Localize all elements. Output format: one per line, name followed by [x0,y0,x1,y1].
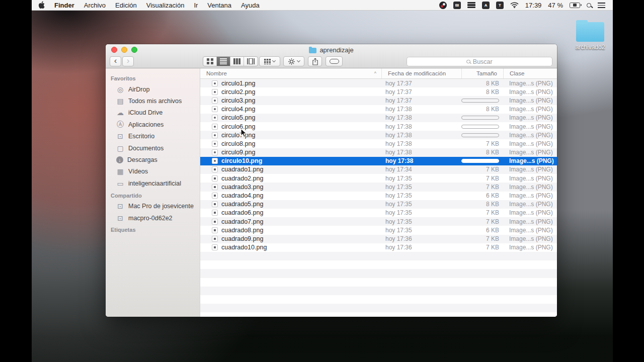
sidebar-item-aplicaciones[interactable]: ⒶAplicaciones [106,119,200,130]
file-row-circulo4-png[interactable]: circulo4.pnghoy 17:388 KBImage...s (PNG) [200,105,557,114]
file-kind: Image...s (PNG) [503,191,557,200]
title-bar[interactable]: aprendizaje [106,44,557,56]
search-placeholder: Buscar [473,58,493,65]
file-name-cell: cuadrado3.png [200,183,381,191]
column-view-button[interactable] [230,57,244,66]
file-thumbnail [212,175,218,182]
file-row-cuadrado9-png[interactable]: cuadrado9.pnghoy 17:367 KBImage...s (PNG… [200,234,557,243]
icon-view-button[interactable] [203,57,217,66]
column-header-label: Nombre [206,70,227,76]
file-kind: Image...s (PNG) [503,243,557,252]
sidebar-item-descargas[interactable]: ↓Descargas [106,154,200,165]
file-size: 7 KB [461,217,503,226]
apple-menu[interactable] [38,1,45,9]
column-header-nombre[interactable]: Nombre^ [200,68,381,78]
sidebar-item-todos-mis-archivos[interactable]: ▤Todos mis archivos [106,95,200,107]
sidebar-item-label: Aplicaciones [128,121,164,128]
file-row-circulo1-png[interactable]: circulo1.pnghoy 17:378 KBImage...s (PNG) [200,79,557,87]
notification-center-icon[interactable] [598,3,605,8]
wifi-icon[interactable] [510,2,519,8]
sidebar-item-documentos[interactable]: ▢Documentos [106,142,200,154]
column-header-fecha-de-modificacion[interactable]: Fecha de modificación [381,68,461,78]
file-name-cell: circulo7.png [200,131,381,139]
file-row-cuadrado6-png[interactable]: cuadrado6.pnghoy 17:357 KBImage...s (PNG… [200,209,557,217]
file-name: cuadrado5.png [221,201,263,208]
list-view-button[interactable] [217,57,230,66]
file-row-circulo3-png[interactable]: circulo3.pnghoy 17:37Image...s (PNG) [200,96,557,105]
file-row-circulo8-png[interactable]: circulo8.pnghoy 17:387 KBImage...s (PNG) [200,139,557,148]
tag-button[interactable] [326,56,343,66]
desktop-folder-archivado2[interactable]: archivado2 [573,19,608,51]
file-row-cuadrado2-png[interactable]: cuadrado2.pnghoy 17:357 KBImage...s (PNG… [200,174,557,183]
file-row-cuadrado4-png[interactable]: cuadrado4.pnghoy 17:356 KBImage...s (PNG… [200,191,557,200]
sidebar-item-mac-pro-de-josevicente[interactable]: ⊡Mac Pro de josevicente [106,201,200,212]
coverflow-view-button[interactable] [244,57,258,66]
forward-button[interactable]: › [122,56,134,66]
desktop: FinderArchivoEdiciónVisualizaciónIrVenta… [32,0,613,362]
file-row-cuadrado7-png[interactable]: cuadrado7.pnghoy 17:357 KBImage...s (PNG… [200,217,557,226]
file-row-circulo2-png[interactable]: circulo2.pnghoy 17:378 KBImage...s (PNG) [200,87,557,96]
stack-icon[interactable] [467,2,475,9]
file-name: cuadrado7.png [221,218,263,225]
t-icon[interactable]: T [496,2,504,9]
file-row-circulo5-png[interactable]: circulo5.pnghoy 17:38Image...s (PNG) [200,114,557,122]
file-name: circulo3.png [221,97,255,104]
bi-icon[interactable]: BI [453,2,461,9]
sidebar-item-escritorio[interactable]: ⊡Escritorio [106,131,200,142]
column-header-tamano[interactable]: Tamaño [461,68,503,78]
action-menu-button[interactable] [283,56,304,66]
file-row-cuadrado8-png[interactable]: cuadrado8.pnghoy 17:356 KBImage...s (PNG… [200,226,557,234]
file-name-cell: cuadrado4.png [200,191,381,200]
size-progress-indicator [461,133,499,137]
sidebar-item-inteligenciaartificial[interactable]: ▭inteligenciaartificial [106,177,200,189]
battery-icon[interactable] [570,3,580,8]
back-button[interactable]: ‹ [110,56,121,66]
sidebar-item-macpro-0d62e2[interactable]: ⊡macpro-0d62e2 [106,212,200,224]
file-row-circulo6-png[interactable]: circulo6.pnghoy 17:38Image...s (PNG) [200,122,557,131]
spotlight-search-icon[interactable] [587,3,591,8]
finder-window: aprendizaje ‹ › [106,44,557,317]
menu-item-edicion[interactable]: Edición [115,2,137,9]
sidebar-item-label: Escritorio [128,133,154,140]
file-date: hoy 17:38 [381,148,461,157]
file-row-cuadrado10-png[interactable]: cuadrado10.pnghoy 17:367 KBImage...s (PN… [200,243,557,252]
file-date: hoy 17:37 [381,87,461,96]
share-button[interactable] [308,56,322,66]
search-field[interactable]: Buscar [407,57,552,66]
file-row-cuadrado5-png[interactable]: cuadrado5.pnghoy 17:358 KBImage...s (PNG… [200,200,557,209]
column-header-clase[interactable]: Clase [503,68,557,78]
file-kind: Image...s (PNG) [503,217,557,226]
file-thumbnail [212,210,218,216]
file-size [461,122,503,131]
desktop-icon: ⊡ [116,132,124,140]
menu-item-visualizacion[interactable]: Visualización [146,2,185,9]
column-header-label: Fecha de modificación [388,70,446,76]
obs-icon[interactable] [439,2,447,9]
file-size: 7 KB [461,165,503,174]
file-row-circulo9-png[interactable]: circulo9.pnghoy 17:388 KBImage...s (PNG) [200,148,557,157]
file-name: cuadrado3.png [221,184,263,191]
file-row-circulo10-png[interactable]: circulo10.pnghoy 17:38Image...s (PNG) [200,157,557,165]
file-name: circulo6.png [221,123,255,130]
sidebar-item-airdrop[interactable]: ◎AirDrop [106,83,200,95]
file-row-cuadrado1-png[interactable]: cuadrado1.pnghoy 17:347 KBImage...s (PNG… [200,165,557,174]
menu-item-ayuda[interactable]: Ayuda [241,2,260,9]
arrange-button[interactable] [259,56,280,66]
sidebar-item-icloud-drive[interactable]: ☁iCloud Drive [106,107,200,119]
menu-item-finder[interactable]: Finder [54,2,74,9]
file-thumbnail [212,124,218,130]
file-date: hoy 17:35 [381,191,461,200]
file-size: 8 KB [461,87,503,96]
file-row-cuadrado3-png[interactable]: cuadrado3.pnghoy 17:357 KBImage...s (PNG… [200,183,557,191]
file-date: hoy 17:36 [381,243,461,252]
menu-item-ventana[interactable]: Ventana [207,2,231,9]
size-progress-indicator [461,125,499,129]
menu-item-ir[interactable]: Ir [194,2,198,9]
file-date: hoy 17:35 [381,200,461,209]
file-kind: Image...s (PNG) [503,209,557,217]
adobe-icon[interactable]: A [482,2,490,9]
file-row-circulo7-png[interactable]: circulo7.pnghoy 17:38Image...s (PNG) [200,131,557,139]
menu-bar-clock[interactable]: 17:39 [525,2,542,9]
sidebar-item-videos[interactable]: ▦Vídeos [106,166,200,177]
menu-item-archivo[interactable]: Archivo [84,2,106,9]
